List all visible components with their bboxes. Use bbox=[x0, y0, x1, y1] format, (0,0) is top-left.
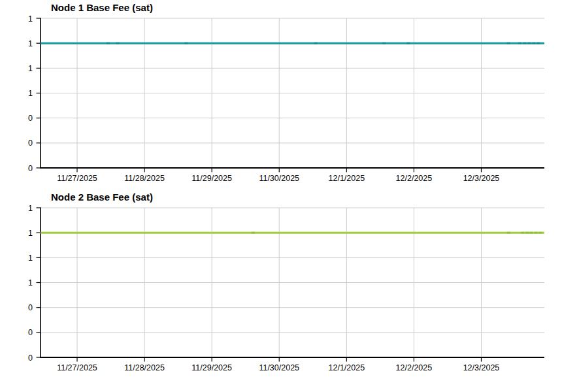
data-point-marker bbox=[534, 232, 537, 234]
x-tick-label: 11/28/2025 bbox=[124, 363, 165, 372]
node2-base-fee-chart-section: 111100011/27/202511/28/202511/29/202511/… bbox=[0, 189, 562, 379]
x-tick-label: 11/29/2025 bbox=[191, 174, 232, 183]
y-tick-label: 0 bbox=[28, 353, 33, 363]
x-tick-label: 11/30/2025 bbox=[259, 363, 299, 372]
data-point-marker bbox=[523, 42, 526, 44]
x-tick-label: 11/29/2025 bbox=[191, 363, 232, 372]
data-point-marker bbox=[107, 42, 110, 44]
data-point-marker bbox=[537, 42, 540, 44]
y-tick-label: 0 bbox=[28, 164, 33, 173]
data-point-marker bbox=[116, 42, 119, 44]
y-tick-label: 1 bbox=[28, 14, 33, 24]
node2-base-fee-chart[interactable]: 111100011/27/202511/28/202511/29/202511/… bbox=[0, 189, 562, 379]
data-point-marker bbox=[532, 42, 535, 44]
y-tick-label: 1 bbox=[28, 204, 33, 213]
x-tick-label: 12/2/2025 bbox=[396, 174, 433, 183]
y-tick-label: 1 bbox=[28, 39, 33, 48]
y-tick-label: 0 bbox=[28, 139, 33, 148]
x-tick-label: 12/1/2025 bbox=[329, 174, 365, 183]
data-point-marker bbox=[521, 232, 524, 234]
y-tick-label: 0 bbox=[28, 303, 33, 312]
y-tick-label: 1 bbox=[28, 229, 33, 238]
data-point-marker bbox=[406, 42, 410, 44]
node2-chart-title: Node 2 Base Fee (sat) bbox=[51, 191, 153, 203]
x-tick-label: 12/2/2025 bbox=[396, 363, 433, 372]
data-point-marker bbox=[518, 42, 521, 44]
x-tick-label: 12/3/2025 bbox=[463, 363, 500, 372]
x-tick-label: 12/3/2025 bbox=[463, 174, 500, 183]
y-tick-label: 1 bbox=[28, 89, 33, 98]
y-tick-label: 0 bbox=[28, 114, 33, 123]
x-tick-label: 11/27/2025 bbox=[57, 363, 97, 372]
data-point-marker bbox=[507, 42, 510, 44]
node1-chart-title: Node 1 Base Fee (sat) bbox=[51, 2, 153, 13]
data-point-marker bbox=[382, 42, 386, 44]
node1-base-fee-chart[interactable]: 111100011/27/202511/28/202511/29/202511/… bbox=[0, 0, 562, 189]
data-point-marker bbox=[507, 232, 510, 234]
data-point-marker bbox=[525, 232, 529, 234]
y-tick-label: 0 bbox=[28, 328, 33, 337]
x-tick-label: 11/30/2025 bbox=[259, 174, 299, 183]
x-tick-label: 11/28/2025 bbox=[124, 174, 165, 183]
data-point-marker bbox=[527, 42, 531, 44]
data-point-marker bbox=[252, 232, 255, 234]
node1-base-fee-chart-section: 111100011/27/202511/28/202511/29/202511/… bbox=[0, 0, 562, 189]
data-point-marker bbox=[529, 232, 533, 234]
data-point-marker bbox=[538, 232, 542, 234]
y-tick-label: 1 bbox=[28, 278, 33, 287]
x-tick-label: 12/1/2025 bbox=[329, 363, 365, 372]
y-tick-label: 1 bbox=[28, 253, 33, 263]
data-point-marker bbox=[184, 42, 188, 44]
y-tick-label: 1 bbox=[28, 64, 33, 73]
data-point-marker bbox=[314, 42, 317, 44]
x-tick-label: 11/27/2025 bbox=[57, 174, 97, 183]
